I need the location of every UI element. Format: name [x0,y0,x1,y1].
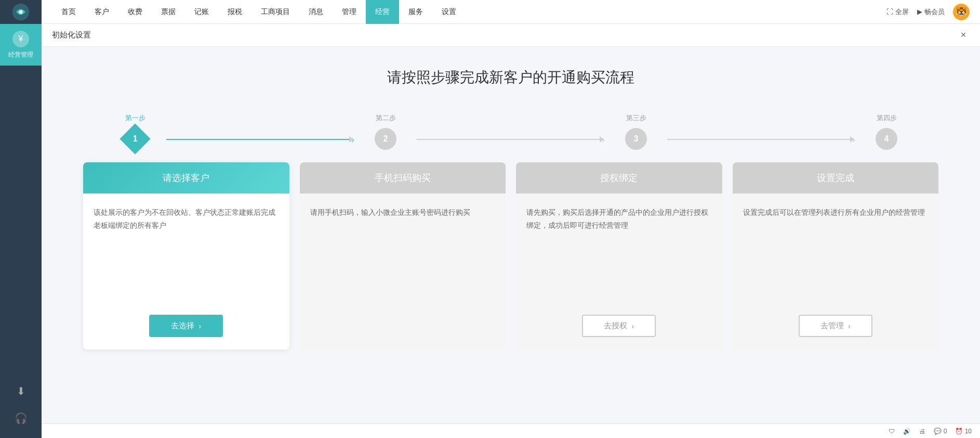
download-icon[interactable]: ⬇ [11,382,30,401]
sidebar-item-label: 经营管理 [8,50,33,59]
step-2-label: 第二步 [376,113,396,123]
go-authorize-label: 去授权 [604,321,627,331]
card-4-header: 设置完成 [733,162,939,194]
go-select-arrow: › [198,321,201,330]
nav-manage[interactable]: 管理 [333,0,366,24]
nav-fees[interactable]: 收费 [118,0,152,24]
go-authorize-button[interactable]: 去授权 › [582,315,656,337]
card-1-footer: 去选择 › [83,306,289,350]
connector-2-3: › [417,134,605,145]
card-4-body: 设置完成后可以在管理列表进行所有企业用户的经营管理 [733,194,939,306]
sidebar-item-jingying[interactable]: ¥ 经营管理 [0,24,42,66]
nav-message[interactable]: 消息 [299,0,333,24]
status-bar: ▶ 完成 🛡 🔊 🖨 💬 0 ⏰ 10 [0,423,980,438]
jingying-icon: ¥ [12,31,29,47]
shield-status: 🛡 [889,428,895,435]
nav-right-actions: ⛶ 全屏 ▶ 畅会员 🐯 [886,4,970,20]
step-3-number: 3 [634,134,639,144]
card-2-header: 手机扫码购买 [300,162,506,194]
vip-icon: ▶ [917,8,922,16]
nav-accounting[interactable]: 记账 [185,0,218,24]
go-select-button[interactable]: 去选择 › [149,315,223,337]
main-content: 初始化设置 × 请按照步骤完成新客户的开通购买流程 第一步 1 › 第二步 [42,24,980,423]
step-1-label: 第一步 [125,113,145,123]
cards-row: 请选择客户 该处展示的客户为不在回收站、客户状态正常建账后完成老板端绑定的所有客… [73,162,949,350]
headset-icon[interactable]: 🎧 [11,409,30,428]
print-status: 🖨 [919,428,925,435]
nav-bills[interactable]: 票据 [152,0,185,24]
page-title: 初始化设置 [52,30,91,40]
volume-status: 🔊 [903,428,911,435]
nav-operations[interactable]: 经营 [366,0,399,24]
fullscreen-icon: ⛶ [886,8,893,16]
status-bar-right: 🛡 🔊 🖨 💬 0 ⏰ 10 [889,428,972,435]
page-header: 初始化设置 × [42,24,980,47]
steps-container: 第一步 1 › 第二步 2 › [73,113,949,150]
nav-service[interactable]: 服务 [399,0,432,24]
step-1-diamond: 1 [120,123,150,154]
connector-line-1 [166,139,350,140]
inner-content: 请按照步骤完成新客户的开通购买流程 第一步 1 › 第二步 2 [42,47,980,423]
step-4-label: 第四步 [877,113,897,123]
card-2: 手机扫码购买 请用手机扫码，输入小微企业主账号密码进行购买 [300,162,506,350]
message-status: 💬 0 [934,428,947,435]
card-2-body: 请用手机扫码，输入小微企业主账号密码进行购买 [300,194,506,329]
close-button[interactable]: × [957,29,970,42]
card-3-header: 授权绑定 [516,162,722,194]
svg-point-1 [19,10,22,14]
go-authorize-arrow: › [631,321,634,330]
sidebar: ¥ 经营管理 ⬇ 🎧 [0,0,42,438]
connector-line-2 [417,139,601,140]
nav-customer[interactable]: 客户 [85,0,118,24]
step-2-circle: 2 [375,128,396,150]
go-select-label: 去选择 [171,321,194,331]
step-4-number: 4 [884,134,889,144]
connector-1-2: › [166,134,354,145]
step-2-number: 2 [383,134,388,144]
step-2: 第二步 2 [354,113,417,150]
go-manage-arrow: › [848,321,851,330]
vip-button[interactable]: ▶ 畅会员 [917,7,945,17]
card-4: 设置完成 设置完成后可以在管理列表进行所有企业用户的经营管理 去管理 › [733,162,939,350]
card-1-header: 请选择客户 [83,162,289,194]
fullscreen-button[interactable]: ⛶ 全屏 [886,7,909,17]
step-1: 第一步 1 [104,113,166,150]
card-3-footer: 去授权 › [516,306,722,350]
card-3: 授权绑定 请先购买，购买后选择开通的产品中的企业用户进行授权绑定，成功后即可进行… [516,162,722,350]
go-manage-button[interactable]: 去管理 › [799,315,872,337]
time-status: ⏰ 10 [955,428,972,435]
card-3-body: 请先购买，购买后选择开通的产品中的企业用户进行授权绑定，成功后即可进行经营管理 [516,194,722,306]
step-3-label: 第三步 [626,113,646,123]
sidebar-logo [0,0,42,24]
avatar[interactable]: 🐯 [953,4,970,20]
step-3-circle: 3 [625,128,647,150]
card-1-body: 该处展示的客户为不在回收站、客户状态正常建账后完成老板端绑定的所有客户 [83,194,289,306]
top-nav: 首页 客户 收费 票据 记账 报税 工商项目 消息 管理 经营 服务 设置 ⛶ … [42,0,980,24]
nav-settings[interactable]: 设置 [432,0,466,24]
step-4: 第四步 4 [855,113,918,150]
connector-line-3 [667,139,851,140]
nav-tax[interactable]: 报税 [218,0,251,24]
card-1: 请选择客户 该处展示的客户为不在回收站、客户状态正常建账后完成老板端绑定的所有客… [83,162,289,350]
step-1-number: 1 [133,134,138,144]
nav-business[interactable]: 工商项目 [251,0,299,24]
card-4-footer: 去管理 › [733,306,939,350]
connector-3-4: › [667,134,855,145]
card-2-footer [300,329,506,350]
go-manage-label: 去管理 [820,321,844,331]
step-3: 第三步 3 [605,113,667,150]
main-heading: 请按照步骤完成新客户的开通购买流程 [73,68,949,87]
nav-home[interactable]: 首页 [52,0,85,24]
step-4-circle: 4 [876,128,897,150]
sidebar-bottom: ⬇ 🎧 [11,382,30,438]
